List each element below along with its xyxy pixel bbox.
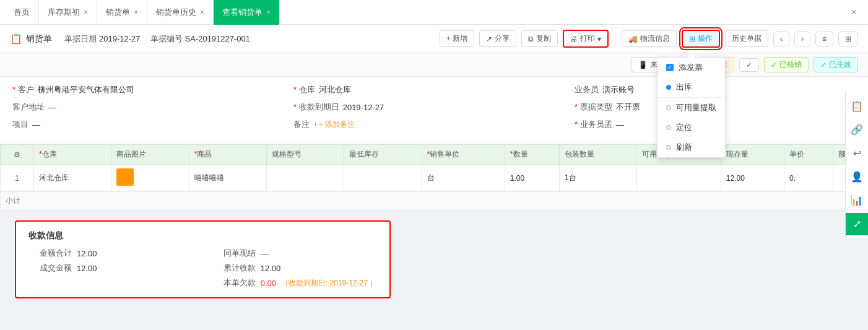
add-note-button[interactable]: + + 添加备注 xyxy=(313,119,355,130)
tab-home[interactable]: 首页 xyxy=(5,0,39,25)
right-btn-chart[interactable]: 📊 xyxy=(846,189,868,212)
check-icon: ✓ xyxy=(771,61,777,69)
sub-toolbar: 📱 来自手机 ● 未开票 ✓ ✓ 已核销 ✓ 已生效 xyxy=(0,53,868,77)
row-qty: 1.00 xyxy=(505,165,559,192)
menu-available-qty[interactable]: 可用量提取 xyxy=(658,98,725,118)
radio-dot-filled xyxy=(666,85,671,90)
payment-info-panel: 收款信息 金额合计 12.00 同单现结 — 成交金额 12.00 累计收款 1… xyxy=(15,220,391,298)
due-note: （收款到期日: 2019-12-27 ） xyxy=(281,278,377,289)
window-close-button[interactable]: × xyxy=(845,7,863,18)
row-warehouse: 河北仓库 xyxy=(33,165,111,192)
staff-value: 演示账号 xyxy=(602,84,635,95)
cumulative-row: 累计收款 12.00 xyxy=(212,263,378,274)
image-header: 商品图片 xyxy=(111,145,189,165)
warehouse-value: 河北仓库 xyxy=(319,84,351,95)
settings-header[interactable]: ⚙ xyxy=(1,145,34,165)
spec-header: 规格型号 xyxy=(266,145,344,165)
print-icon: 🖨 xyxy=(570,35,578,43)
unit-price-header: 单价 xyxy=(784,145,833,165)
effect-icon: ✓ xyxy=(820,61,827,69)
staff-label: 业务员 xyxy=(575,84,599,95)
row-unit: 台 xyxy=(422,165,505,192)
right-toolbar: 📋 🔗 ↩ 👤 📊 ⤢ xyxy=(845,93,868,238)
operation-button[interactable]: ⊞ 操作 xyxy=(682,30,720,48)
warehouse-label: 仓库 xyxy=(293,84,315,95)
right-btn-user[interactable]: 👤 xyxy=(846,166,868,188)
share-button[interactable]: ↗ 分享 xyxy=(479,30,516,47)
ticket-type-value: 不开票 xyxy=(616,102,640,113)
prev-button[interactable]: ‹ xyxy=(773,32,789,46)
operation-dropdown: ✓ 添发票 出库 可用量提取 定位 刷新 xyxy=(657,57,726,158)
row-product: 嘻嘻嘻嘻 xyxy=(189,165,266,192)
tab-sales-history[interactable]: 销货单历史 × xyxy=(147,0,214,25)
logistics-button[interactable]: 🚚 物流信息 xyxy=(622,30,677,47)
confirm-icon-btn[interactable]: ✓ xyxy=(739,58,759,72)
address-value: — xyxy=(48,103,56,112)
print-button[interactable]: 🖨 打印 ▾ xyxy=(563,30,609,48)
radio-dot-empty-1 xyxy=(666,105,671,110)
payment-date-value: 2019-12-27 xyxy=(343,103,384,112)
customer-value: 柳州粤港平安气体有限公司 xyxy=(38,84,134,95)
doc-meta: 单据日期 2019-12-27 单据编号 SA-20191227-001 xyxy=(64,33,250,45)
payment-date-field: 收款到期日 2019-12-27 xyxy=(293,102,575,113)
menu-refresh[interactable]: 刷新 xyxy=(658,137,725,157)
due-row: 本单欠款 0.00 （收款到期日: 2019-12-27 ） xyxy=(212,277,378,289)
deal-row: 成交金额 12.00 xyxy=(28,263,194,274)
close-tab-view[interactable]: × xyxy=(266,8,271,17)
right-btn-expand[interactable]: ⤢ xyxy=(846,213,868,235)
table-row: 1 河北仓库 嘻嘻嘻嘻 台 1.00 1台 12.00 0. xyxy=(1,165,868,192)
row-unit-price: 0. xyxy=(784,165,833,192)
copy-button[interactable]: ⧉ 复制 xyxy=(521,30,558,47)
tab-inventory-init[interactable]: 库存期初 × xyxy=(39,0,97,25)
copy-icon: ⧉ xyxy=(528,35,534,43)
history-button[interactable]: 历史单据 xyxy=(725,30,768,47)
unit-header: *销售单位 xyxy=(422,145,505,165)
project-value: — xyxy=(32,120,40,129)
menu-outbound[interactable]: 出库 xyxy=(658,77,725,97)
menu-locate[interactable]: 定位 xyxy=(658,118,725,137)
phone-icon: 📱 xyxy=(638,61,648,69)
doc-header: 📋 销货单 单据日期 2019-12-27 单据编号 SA-20191227-0… xyxy=(0,25,868,53)
project-field: 项目 — xyxy=(12,119,293,130)
payment-info-grid: 金额合计 12.00 同单现结 — 成交金额 12.00 累计收款 12.00 … xyxy=(28,248,377,289)
share-icon: ↗ xyxy=(486,35,492,43)
items-table: ⚙ *仓库 商品图片 *商品 规格型号 最低库存 *销售单位 *数量 包装数量 … xyxy=(0,144,868,211)
right-btn-undo[interactable]: ↩ xyxy=(846,142,868,165)
confirmed-badge: ✓ 已核销 xyxy=(764,57,809,72)
toolbar: + 新增 ↗ 分享 ⧉ 复制 🖨 打印 ▾ 🚚 物流信息 ⊞ 操作 历史单据 ‹… xyxy=(440,30,858,48)
right-btn-link[interactable]: 🔗 xyxy=(846,119,868,141)
form-row-1: 客户 柳州粤港平安气体有限公司 仓库 河北仓库 业务员 演示账号 xyxy=(12,84,856,95)
next-button[interactable]: › xyxy=(794,32,810,46)
settlement-label: 同单现结 xyxy=(212,248,256,259)
grid-view-button[interactable]: ⊞ xyxy=(838,32,858,46)
radio-dot-empty-3 xyxy=(666,145,671,150)
salesperson-value: — xyxy=(616,120,624,129)
tab-view-sales[interactable]: 查看销货单 × xyxy=(214,0,280,25)
tab-sales-order[interactable]: 销货单 × xyxy=(97,0,147,25)
close-tab-history[interactable]: × xyxy=(200,8,204,17)
settlement-row: 同单现结 — xyxy=(212,248,378,259)
effective-badge: ✓ 已生效 xyxy=(814,57,858,72)
total-label: 金额合计 xyxy=(28,248,72,259)
new-button[interactable]: + 新增 xyxy=(440,30,474,47)
product-header: *商品 xyxy=(189,145,266,165)
total-row: 金额合计 12.00 xyxy=(28,248,194,259)
add-invoice-label: 添发票 xyxy=(679,62,703,73)
list-view-button[interactable]: ≡ xyxy=(815,32,833,46)
refresh-label: 刷新 xyxy=(676,142,692,153)
outbound-label: 出库 xyxy=(676,82,692,93)
close-tab-sales[interactable]: × xyxy=(134,8,138,17)
truck-icon: 🚚 xyxy=(628,35,638,43)
ticket-type-label: 票据类型 xyxy=(575,102,612,113)
menu-add-invoice[interactable]: ✓ 添发票 xyxy=(658,58,725,77)
right-btn-doc[interactable]: 📋 xyxy=(846,95,868,118)
salesperson-label: 业务员孟 xyxy=(575,119,612,130)
doc-title: 📋 销货单 xyxy=(10,33,52,45)
close-tab-inventory[interactable]: × xyxy=(84,8,88,17)
min-stock-header: 最低库存 xyxy=(344,145,422,165)
address-field: 客户地址 — xyxy=(12,102,293,113)
subtotal-row: 小计 xyxy=(1,192,868,211)
toolbar-separator xyxy=(615,33,615,45)
locate-label: 定位 xyxy=(676,122,692,133)
available-qty-label: 可用量提取 xyxy=(676,102,716,113)
